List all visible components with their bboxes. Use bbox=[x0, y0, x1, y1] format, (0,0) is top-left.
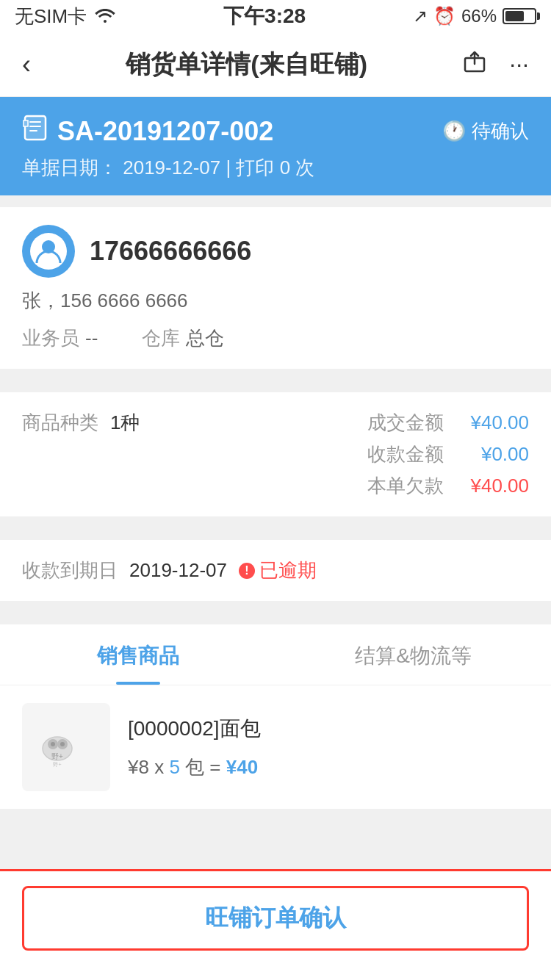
deal-amount-value: ¥40.00 bbox=[455, 411, 529, 434]
deal-amount-label: 成交金额 bbox=[367, 410, 444, 436]
nav-bar: ‹ 销货单详情(来自旺铺) ··· bbox=[0, 32, 551, 97]
more-icon[interactable]: ··· bbox=[509, 51, 529, 78]
owed-amount-row: 本单欠款 ¥40.00 bbox=[367, 473, 529, 499]
tab-settlement[interactable]: 结算&物流等 bbox=[276, 624, 551, 685]
page-title: 销货单详情(来自旺铺) bbox=[126, 48, 367, 82]
product-price-row: ¥8 x 5 包 = ¥40 bbox=[128, 754, 529, 780]
salesperson-value: -- bbox=[85, 327, 98, 350]
svg-point-8 bbox=[51, 742, 55, 746]
product-thumbnail: 野+ 野+ bbox=[22, 703, 110, 791]
product-qty: 5 bbox=[169, 756, 179, 778]
back-button[interactable]: ‹ bbox=[22, 49, 31, 80]
order-header-card: SA-20191207-002 🕐 待确认 单据日期： 2019-12-07 |… bbox=[0, 97, 551, 195]
tab-sales-label: 销售商品 bbox=[97, 644, 179, 667]
order-header-top: SA-20191207-002 🕐 待确认 bbox=[22, 115, 529, 148]
product-type-value: 1种 bbox=[110, 410, 140, 436]
due-date-section: 收款到期日 2019-12-07 ! 已逾期 bbox=[0, 540, 551, 601]
nav-actions: ··· bbox=[462, 49, 529, 80]
received-amount-label: 收款金额 bbox=[367, 442, 444, 467]
battery-percent: 66% bbox=[461, 6, 497, 26]
customer-info-row: 17666666666 bbox=[22, 225, 529, 278]
warehouse-label: 仓库 bbox=[142, 325, 180, 351]
order-id-text: SA-20191207-002 bbox=[57, 116, 273, 147]
confirm-order-button[interactable]: 旺铺订单确认 bbox=[22, 886, 529, 951]
customer-section: 17666666666 张，156 6666 6666 业务员 -- 仓库 总仓 bbox=[0, 207, 551, 369]
carrier-text: 无SIM卡 bbox=[15, 4, 87, 29]
status-bar: 无SIM卡 下午3:28 ↗ ⏰ 66% bbox=[0, 0, 551, 32]
warehouse-field: 仓库 总仓 bbox=[142, 325, 224, 351]
divider-2 bbox=[0, 516, 551, 528]
customer-meta: 业务员 -- 仓库 总仓 bbox=[22, 325, 529, 351]
status-right: ↗ ⏰ 66% bbox=[413, 6, 536, 26]
received-amount-value: ¥0.00 bbox=[455, 443, 529, 466]
product-name: [0000002]面包 bbox=[128, 715, 529, 743]
product-total: ¥40 bbox=[226, 756, 258, 778]
wifi-icon bbox=[94, 5, 116, 28]
salesperson-label: 业务员 bbox=[22, 325, 79, 351]
salesperson-field: 业务员 -- bbox=[22, 325, 98, 351]
overdue-text: 已逾期 bbox=[259, 558, 317, 583]
share-icon[interactable] bbox=[462, 49, 487, 80]
svg-text:野+: 野+ bbox=[53, 762, 61, 767]
product-info: [0000002]面包 ¥8 x 5 包 = ¥40 bbox=[128, 715, 529, 780]
deal-amount-row: 成交金额 ¥40.00 bbox=[367, 410, 529, 436]
tabs-header: 销售商品 结算&物流等 bbox=[0, 624, 551, 685]
svg-point-9 bbox=[60, 742, 65, 746]
product-type-field: 商品种类 1种 bbox=[22, 410, 140, 436]
received-amount-row: 收款金额 ¥0.00 bbox=[367, 442, 529, 467]
divider-3 bbox=[0, 601, 551, 613]
bottom-bar: 旺铺订单确认 bbox=[0, 869, 551, 980]
order-print-info: | 打印 0 次 bbox=[226, 156, 314, 179]
product-unit-price: ¥8 bbox=[128, 756, 149, 778]
order-id-row: SA-20191207-002 bbox=[22, 115, 273, 148]
due-date-value: 2019-12-07 bbox=[129, 559, 227, 582]
owed-amount-value: ¥40.00 bbox=[455, 475, 529, 497]
product-type-label: 商品种类 bbox=[22, 410, 98, 436]
order-status-text: 待确认 bbox=[472, 118, 529, 144]
order-icon bbox=[22, 115, 48, 148]
svg-rect-2 bbox=[25, 116, 46, 140]
tabs-section: 销售商品 结算&物流等 野+ 野+ [0000002]面包 ¥8 x bbox=[0, 624, 551, 809]
due-date-label: 收款到期日 bbox=[22, 558, 118, 583]
tab-settlement-label: 结算&物流等 bbox=[355, 644, 472, 667]
status-time: 下午3:28 bbox=[223, 2, 306, 30]
amounts-list: 成交金额 ¥40.00 收款金额 ¥0.00 本单欠款 ¥40.00 bbox=[367, 410, 529, 499]
order-date-label: 单据日期： bbox=[22, 156, 118, 179]
warehouse-value: 总仓 bbox=[186, 325, 224, 351]
overdue-badge: ! 已逾期 bbox=[239, 558, 317, 583]
summary-section: 商品种类 1种 成交金额 ¥40.00 收款金额 ¥0.00 本单欠款 ¥40.… bbox=[0, 392, 551, 516]
clock-icon: 🕐 bbox=[442, 120, 466, 143]
customer-phone: 17666666666 bbox=[90, 236, 251, 267]
divider-1 bbox=[0, 369, 551, 381]
avatar-icon bbox=[30, 233, 67, 270]
alarm-icon: ⏰ bbox=[433, 6, 455, 26]
order-date-row: 单据日期： 2019-12-07 | 打印 0 次 bbox=[22, 155, 529, 181]
product-equals: = bbox=[209, 756, 226, 778]
product-multiply: x bbox=[154, 756, 169, 778]
tab-sales-products[interactable]: 销售商品 bbox=[0, 624, 276, 685]
overdue-dot-icon: ! bbox=[239, 563, 255, 579]
status-left: 无SIM卡 bbox=[15, 4, 116, 29]
owed-amount-label: 本单欠款 bbox=[367, 473, 444, 499]
order-date-value: 2019-12-07 bbox=[123, 156, 220, 179]
battery-icon bbox=[503, 8, 536, 24]
product-item: 野+ 野+ [0000002]面包 ¥8 x 5 包 = ¥40 bbox=[0, 685, 551, 809]
order-status-badge: 🕐 待确认 bbox=[442, 118, 529, 144]
product-unit: 包 bbox=[185, 756, 204, 778]
location-icon: ↗ bbox=[413, 6, 428, 26]
customer-name: 张，156 6666 6666 bbox=[22, 288, 529, 314]
svg-text:野+: 野+ bbox=[51, 752, 63, 760]
avatar bbox=[22, 225, 75, 278]
summary-row: 商品种类 1种 成交金额 ¥40.00 收款金额 ¥0.00 本单欠款 ¥40.… bbox=[22, 410, 529, 499]
